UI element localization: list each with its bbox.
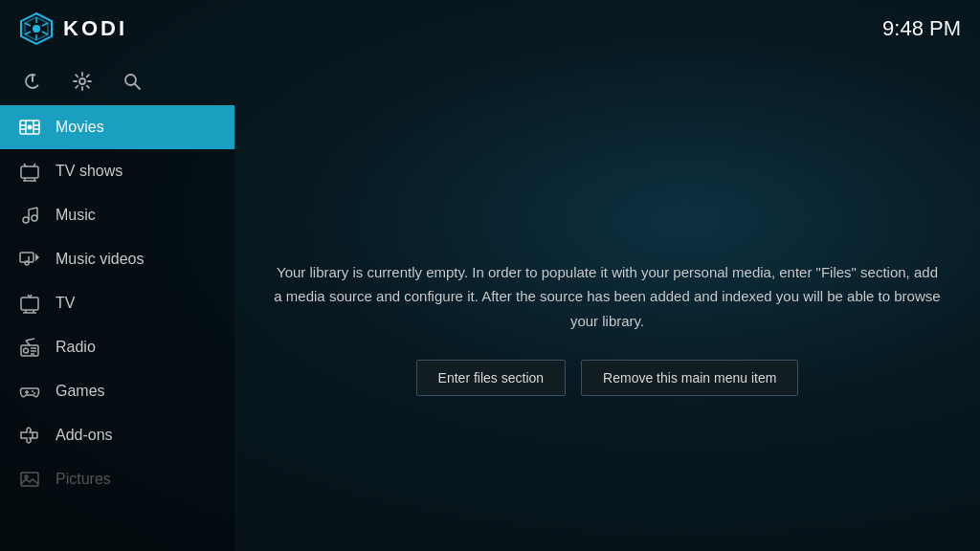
sidebar-label-pictures: Pictures xyxy=(56,471,111,488)
svg-point-11 xyxy=(79,78,85,84)
sidebar-label-musicvideos: Music videos xyxy=(56,251,144,268)
svg-line-49 xyxy=(26,339,34,341)
svg-line-32 xyxy=(29,208,37,209)
games-icon xyxy=(19,381,40,402)
content-area: Your library is currently empty. In orde… xyxy=(234,105,980,551)
sidebar-item-games[interactable]: Games xyxy=(0,369,234,413)
kodi-logo-icon xyxy=(19,11,54,46)
music-icon xyxy=(19,205,40,226)
svg-point-52 xyxy=(32,390,33,392)
sidebar-item-tvshows[interactable]: TV shows xyxy=(0,149,234,193)
musicvideos-icon xyxy=(19,249,40,270)
app-title: KODI xyxy=(63,16,127,41)
svg-point-2 xyxy=(33,25,40,33)
svg-rect-37 xyxy=(21,298,38,310)
remove-menu-button[interactable]: Remove this main menu item xyxy=(581,360,798,396)
power-icon xyxy=(23,72,42,91)
sidebar: Movies TV shows xyxy=(0,105,234,551)
sidebar-label-movies: Movies xyxy=(56,119,104,136)
search-button[interactable] xyxy=(119,68,145,95)
radio-icon xyxy=(19,337,40,358)
enter-files-button[interactable]: Enter files section xyxy=(416,360,567,396)
svg-point-44 xyxy=(24,348,29,353)
svg-point-28 xyxy=(23,217,29,223)
toolbar xyxy=(0,57,980,105)
logo-area: KODI xyxy=(19,11,127,46)
search-icon xyxy=(122,72,142,91)
svg-point-53 xyxy=(33,392,35,394)
settings-button[interactable] xyxy=(69,68,96,95)
movies-icon xyxy=(19,117,40,138)
empty-library-message: Your library is currently empty. In orde… xyxy=(273,260,942,334)
svg-point-29 xyxy=(32,215,37,221)
empty-library-box: Your library is currently empty. In orde… xyxy=(273,260,942,397)
sidebar-item-movies[interactable]: Movies xyxy=(0,105,234,149)
time-display: 9:48 PM xyxy=(882,16,961,41)
svg-point-21 xyxy=(28,125,33,130)
sidebar-item-addons[interactable]: Add-ons xyxy=(0,413,234,457)
svg-marker-34 xyxy=(35,253,39,261)
sidebar-item-pictures[interactable]: Pictures xyxy=(0,457,234,501)
svg-point-12 xyxy=(125,75,136,85)
sidebar-label-addons: Add-ons xyxy=(56,427,113,444)
sidebar-item-radio[interactable]: Radio xyxy=(0,325,234,369)
svg-line-5 xyxy=(25,23,31,26)
svg-line-13 xyxy=(135,84,140,89)
action-buttons: Enter files section Remove this main men… xyxy=(273,360,942,396)
sidebar-item-tv[interactable]: TV xyxy=(0,281,234,325)
sidebar-label-tv: TV xyxy=(56,295,75,312)
svg-rect-22 xyxy=(21,166,38,178)
sidebar-item-music[interactable]: Music xyxy=(0,193,234,237)
svg-line-6 xyxy=(42,32,48,34)
settings-icon xyxy=(73,72,92,91)
sidebar-label-radio: Radio xyxy=(56,339,96,356)
tv-icon xyxy=(19,293,40,314)
sidebar-label-music: Music xyxy=(56,207,96,224)
svg-line-8 xyxy=(25,32,31,34)
svg-line-7 xyxy=(42,23,48,26)
sidebar-label-tvshows: TV shows xyxy=(56,163,122,180)
addons-icon xyxy=(19,425,40,446)
main-content: Movies TV shows xyxy=(0,105,980,551)
svg-rect-57 xyxy=(21,473,38,486)
tvshows-icon xyxy=(19,161,40,182)
sidebar-label-games: Games xyxy=(56,383,105,400)
svg-point-58 xyxy=(25,475,28,478)
power-button[interactable] xyxy=(19,68,46,95)
sidebar-item-musicvideos[interactable]: Music videos xyxy=(0,237,234,281)
header: KODI 9:48 PM xyxy=(0,0,980,57)
pictures-icon xyxy=(19,469,40,490)
